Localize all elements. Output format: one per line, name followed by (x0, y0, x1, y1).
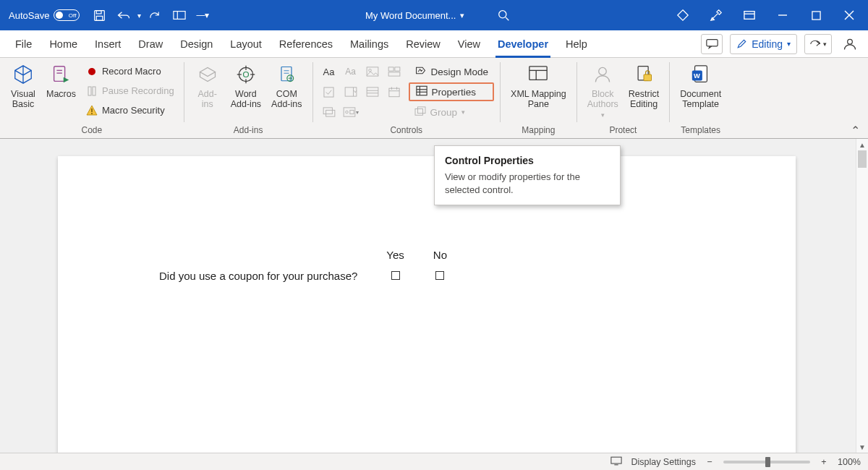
building-block-control-icon[interactable] (384, 62, 404, 81)
tab-view[interactable]: View (450, 30, 488, 58)
group-button: Group ▾ (409, 103, 495, 121)
properties-button[interactable]: Properties (409, 82, 495, 101)
search-icon[interactable] (493, 5, 514, 25)
document-template-button[interactable]: W Document Template (676, 61, 726, 111)
legacy-tools-icon[interactable]: ▾ (341, 103, 361, 121)
diamond-icon[interactable] (667, 4, 699, 26)
autosave-control[interactable]: AutoSave Off (3, 9, 85, 21)
pencil-icon (736, 38, 747, 49)
date-picker-control-icon[interactable] (384, 82, 404, 101)
comments-button[interactable] (701, 34, 723, 54)
autosave-label: AutoSave (9, 10, 49, 21)
design-mode-icon (414, 65, 427, 78)
tooltip-title: Control Properties (445, 155, 610, 166)
combo-box-control-icon[interactable] (341, 82, 361, 101)
tab-mailings[interactable]: Mailings (342, 30, 396, 58)
scroll-thumb[interactable] (858, 150, 867, 168)
chevron-down-icon: ▾ (460, 11, 464, 20)
undo-icon[interactable] (113, 4, 135, 26)
column-no: No (419, 244, 461, 265)
record-macro-button[interactable]: Record Macro (82, 62, 178, 80)
scroll-up-icon[interactable]: ▲ (856, 139, 868, 150)
title-bar: AutoSave Off ▾ ―▾ My Word Document... ▾ (0, 0, 868, 30)
design-mode-button[interactable]: Design Mode (409, 62, 495, 81)
display-settings-button[interactable]: Display Settings (631, 457, 696, 467)
autosave-toggle[interactable]: Off (54, 9, 80, 21)
zoom-slider[interactable] (723, 461, 810, 463)
macro-security-button[interactable]: Macro Security (82, 101, 178, 119)
word-addins-icon (236, 62, 256, 87)
tab-file[interactable]: File (7, 30, 40, 58)
tab-insert[interactable]: Insert (87, 30, 129, 58)
document-page[interactable]: Yes No Did you use a coupon for your pur… (58, 156, 796, 453)
svg-rect-63 (529, 67, 547, 80)
tab-references[interactable]: References (271, 30, 341, 58)
dropdown-control-icon[interactable] (362, 82, 383, 101)
qat-overflow-icon[interactable]: ―▾ (193, 10, 212, 20)
page-content: Yes No Did you use a coupon for your pur… (145, 244, 709, 286)
collapse-ribbon-icon[interactable]: ⌃ (848, 124, 862, 137)
group-templates: W Document Template Templates (670, 58, 731, 138)
account-icon[interactable] (839, 34, 861, 54)
ribbon-tabs: File Home Insert Draw Design Layout Refe… (0, 30, 868, 58)
picture-control-icon[interactable] (362, 62, 383, 81)
svg-rect-47 (388, 88, 399, 97)
block-authors-icon (592, 62, 613, 87)
tab-review[interactable]: Review (398, 30, 448, 58)
checkbox-no[interactable] (435, 271, 444, 280)
restrict-editing-icon (634, 62, 654, 87)
repeating-section-control-icon[interactable] (319, 103, 339, 121)
tab-help[interactable]: Help (558, 30, 595, 58)
svg-point-54 (345, 111, 348, 114)
checkbox-yes[interactable] (391, 271, 400, 280)
com-addins-button[interactable]: COM Add-ins (267, 61, 306, 111)
restrict-editing-button[interactable]: Restrict Editing (624, 61, 663, 111)
rich-text-control-icon[interactable]: Aa (319, 62, 339, 81)
qat-customise-icon[interactable] (169, 4, 190, 26)
quick-access-toolbar: AutoSave Off ▾ ―▾ (3, 4, 212, 26)
zoom-slider-knob[interactable] (765, 457, 770, 467)
zoom-in-button[interactable]: + (819, 457, 829, 467)
editing-mode-button[interactable]: Editing ▾ (730, 34, 797, 54)
tab-layout[interactable]: Layout (222, 30, 270, 58)
save-icon[interactable] (88, 4, 110, 26)
tab-draw[interactable]: Draw (130, 30, 171, 58)
document-title[interactable]: My Word Document... ▾ (365, 10, 464, 21)
ribbon-display-icon[interactable] (733, 4, 765, 26)
undo-dropdown-icon[interactable]: ▾ (137, 12, 141, 20)
svg-rect-68 (644, 74, 652, 81)
xml-mapping-button[interactable]: XML Mapping Pane (506, 61, 571, 111)
plain-text-control-icon[interactable]: Aa (341, 62, 361, 81)
zoom-out-button[interactable]: − (705, 457, 715, 467)
close-button[interactable] (833, 4, 865, 26)
svg-rect-52 (326, 110, 334, 116)
checkbox-control-icon[interactable] (319, 82, 339, 101)
svg-rect-36 (367, 67, 378, 76)
group-mapping: XML Mapping Pane Mapping (501, 58, 576, 138)
tab-home[interactable]: Home (41, 30, 85, 58)
tab-design[interactable]: Design (172, 30, 221, 58)
redo-icon[interactable] (144, 4, 166, 26)
svg-rect-44 (367, 87, 378, 96)
visual-basic-button[interactable]: Visual Basic (6, 61, 41, 111)
minimize-button[interactable] (767, 4, 799, 26)
word-addins-button[interactable]: Word Add-ins (226, 61, 265, 111)
share-button[interactable]: ▾ (804, 34, 832, 54)
svg-rect-62 (417, 106, 425, 113)
com-addins-icon (276, 62, 297, 87)
vertical-scrollbar[interactable]: ▲ ▼ (856, 139, 868, 453)
tab-developer[interactable]: Developer (490, 30, 556, 58)
chevron-down-icon: ▾ (787, 40, 791, 48)
macros-button[interactable]: Macros (42, 61, 80, 101)
svg-marker-18 (64, 77, 69, 83)
display-settings-icon[interactable] (610, 456, 622, 468)
zoom-level[interactable]: 100% (838, 457, 861, 467)
svg-rect-55 (349, 110, 353, 114)
svg-rect-7 (744, 12, 754, 20)
coming-soon-icon[interactable] (700, 4, 732, 26)
maximize-button[interactable] (800, 4, 832, 26)
svg-rect-39 (394, 67, 399, 71)
scroll-down-icon[interactable]: ▼ (856, 441, 868, 453)
pause-icon (85, 85, 98, 98)
properties-icon (416, 85, 427, 98)
